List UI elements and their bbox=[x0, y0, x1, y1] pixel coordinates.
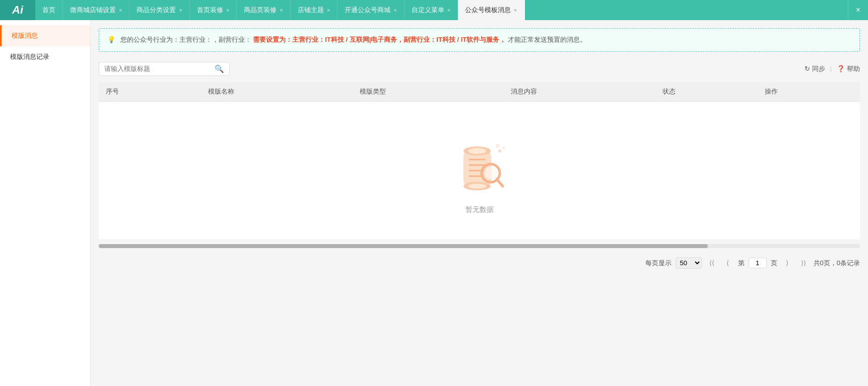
help-icon: ❓ bbox=[837, 65, 845, 72]
last-page-button[interactable]: ⟩⟩ bbox=[797, 257, 810, 269]
notice-highlight: 需要设置为：主营行业：IT科技 / 互联网|电子商务，副营行业：IT科技 / I… bbox=[253, 36, 506, 43]
nav-tab-custom-menu[interactable]: 自定义菜单× bbox=[405, 0, 458, 20]
table-col-status: 状态 bbox=[655, 82, 758, 102]
empty-state: 暂无数据 bbox=[106, 107, 853, 235]
scrollbar-thumb bbox=[99, 244, 708, 248]
search-input-wrapper[interactable]: 🔍 bbox=[99, 62, 230, 76]
logo-text: Ai bbox=[12, 4, 23, 17]
next-page-button[interactable]: ⟩ bbox=[781, 257, 793, 269]
nav-tab-template-msg[interactable]: 公众号模板消息× bbox=[458, 0, 524, 20]
svg-line-12 bbox=[497, 179, 503, 186]
nav-tab-homepage[interactable]: 首页装修× bbox=[190, 0, 237, 20]
page-suffix: 页 bbox=[771, 259, 777, 268]
sync-button[interactable]: ↻ 同步 bbox=[805, 64, 825, 73]
help-button[interactable]: ❓ 帮助 bbox=[837, 64, 860, 73]
nav-tab-close-category[interactable]: × bbox=[179, 7, 182, 13]
app-logo: Ai bbox=[0, 0, 35, 20]
search-input[interactable] bbox=[104, 65, 215, 72]
sync-icon: ↻ bbox=[805, 65, 810, 72]
toolbar-right: ↻ 同步 | ❓ 帮助 bbox=[805, 64, 860, 73]
table-col-content: 消息内容 bbox=[504, 82, 655, 102]
sidebar-item-template-history[interactable]: 模版消息记录 bbox=[0, 46, 90, 67]
first-page-button[interactable]: ⟨⟨ bbox=[706, 257, 718, 269]
sidebar: 模版消息模版消息记录 bbox=[0, 20, 91, 386]
notice-prefix: 您的公众号行业为：主营行业：，副营行业： bbox=[120, 36, 251, 43]
notice-icon: 💡 bbox=[107, 36, 115, 43]
help-label: 帮助 bbox=[847, 64, 860, 73]
current-page-input[interactable] bbox=[749, 258, 767, 268]
svg-point-15 bbox=[496, 144, 500, 148]
nav-tab-close-homepage[interactable]: × bbox=[226, 7, 229, 13]
top-nav-bar: Ai 首页微商城店铺设置×商品分类设置×首页装修×商品页装修×店铺主题×开通公众… bbox=[0, 0, 868, 20]
table-col-action: 操作 bbox=[758, 82, 860, 102]
notice-suffix: 才能正常发送预置的消息。 bbox=[508, 36, 586, 43]
page-prefix: 第 bbox=[738, 259, 745, 268]
empty-icon bbox=[449, 137, 510, 197]
nav-tab-shop-theme[interactable]: 店铺主题× bbox=[291, 0, 338, 20]
svg-point-13 bbox=[498, 149, 501, 152]
nav-tab-home[interactable]: 首页 bbox=[35, 0, 63, 20]
svg-point-14 bbox=[503, 147, 505, 149]
sidebar-item-template-msg[interactable]: 模版消息 bbox=[0, 25, 90, 46]
nav-tab-close-product-page[interactable]: × bbox=[280, 7, 283, 13]
nav-tab-category[interactable]: 商品分类设置× bbox=[129, 0, 189, 20]
per-page-label: 每页显示 bbox=[645, 259, 672, 268]
sync-label: 同步 bbox=[812, 64, 825, 73]
table-col-name: 模版名称 bbox=[201, 82, 353, 102]
pagination: 每页显示 102050100 ⟨⟨ ⟨ 第 页 ⟩ ⟩⟩ 共0页，0条记录 bbox=[99, 252, 860, 274]
table-header: 序号模版名称模版类型消息内容状态操作 bbox=[99, 82, 860, 102]
nav-tab-wechat-shop[interactable]: 开通公众号商城× bbox=[338, 0, 404, 20]
nav-tab-close-shop-theme[interactable]: × bbox=[327, 7, 330, 13]
total-info: 共0页，0条记录 bbox=[814, 259, 860, 268]
svg-point-3 bbox=[468, 148, 486, 154]
per-page-select[interactable]: 102050100 bbox=[676, 257, 702, 269]
nav-tab-close-wsc-store[interactable]: × bbox=[119, 7, 122, 13]
nav-tab-close-custom-menu[interactable]: × bbox=[447, 7, 450, 13]
notice-banner: 💡 您的公众号行业为：主营行业：，副营行业： 需要设置为：主营行业：IT科技 /… bbox=[99, 28, 860, 52]
svg-point-11 bbox=[485, 167, 497, 179]
table-col-index: 序号 bbox=[99, 82, 201, 102]
toolbar-divider: | bbox=[830, 65, 832, 72]
nav-tabs: 首页微商城店铺设置×商品分类设置×首页装修×商品页装修×店铺主题×开通公众号商城… bbox=[35, 0, 848, 20]
nav-tab-wsc-store[interactable]: 微商城店铺设置× bbox=[63, 0, 129, 20]
nav-tab-close-template-msg[interactable]: × bbox=[514, 7, 517, 13]
search-icon-button[interactable]: 🔍 bbox=[215, 64, 224, 73]
nav-tab-close-wechat-shop[interactable]: × bbox=[393, 7, 396, 13]
close-all-tabs-button[interactable]: × bbox=[848, 0, 868, 20]
svg-point-9 bbox=[468, 184, 486, 189]
data-table: 序号模版名称模版类型消息内容状态操作 bbox=[99, 82, 860, 240]
prev-page-button[interactable]: ⟨ bbox=[722, 257, 734, 269]
horizontal-scrollbar[interactable] bbox=[99, 244, 860, 248]
search-toolbar: 🔍 ↻ 同步 | ❓ 帮助 bbox=[99, 62, 860, 76]
nav-tab-product-page[interactable]: 商品页装修× bbox=[237, 0, 290, 20]
content-area: 💡 您的公众号行业为：主营行业：，副营行业： 需要设置为：主营行业：IT科技 /… bbox=[91, 20, 868, 386]
table-col-type: 模版类型 bbox=[353, 82, 504, 102]
empty-text: 暂无数据 bbox=[465, 205, 494, 214]
main-layout: 模版消息模版消息记录 💡 您的公众号行业为：主营行业：，副营行业： 需要设置为：… bbox=[0, 20, 868, 386]
